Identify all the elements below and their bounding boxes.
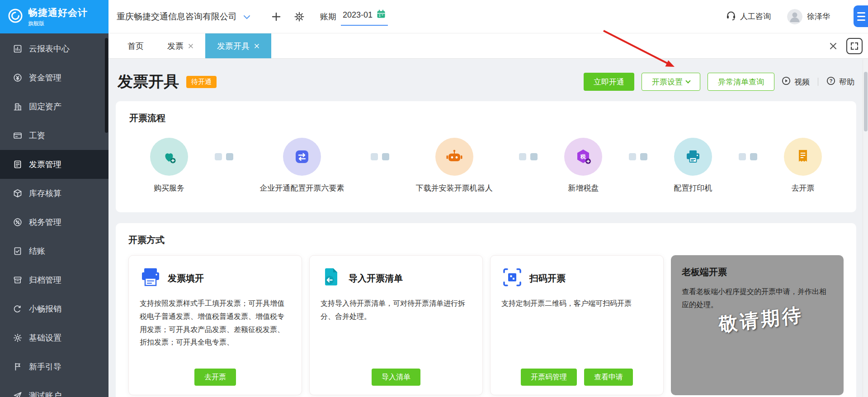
method-card-body: 支持导入待开票清单，可对待开票清单进行拆分、合并处理。 xyxy=(321,297,472,323)
calendar-icon xyxy=(376,9,386,21)
tab-home[interactable]: 首页 xyxy=(116,33,156,58)
sidebar-item-label: 库存核算 xyxy=(29,188,61,199)
chevron-down-icon xyxy=(685,78,690,83)
period-picker[interactable]: 2023-01 xyxy=(341,7,388,26)
go-invoice-button[interactable]: 去开票 xyxy=(194,369,236,386)
play-circle-icon xyxy=(782,76,791,88)
button-label: 去开票 xyxy=(204,373,226,382)
avatar xyxy=(787,9,802,24)
sidebar-item-reimburse[interactable]: 小畅报销 xyxy=(0,294,108,323)
import-list-button[interactable]: 导入清单 xyxy=(372,369,420,386)
sidebar-item-label: 测试账户 xyxy=(29,390,61,397)
user-menu[interactable]: 徐泽华 xyxy=(787,9,830,24)
floating-widget[interactable] xyxy=(854,5,868,27)
qr-scan-icon xyxy=(501,266,523,290)
method-card-body: 支持定制开票二维码，客户端可扫码开票 xyxy=(501,297,652,310)
flow-separator xyxy=(739,153,757,160)
sidebar-item-label: 新手引导 xyxy=(29,361,61,372)
gear-icon[interactable] xyxy=(294,11,305,22)
flow-separator xyxy=(629,153,647,160)
sidebar-item-funds[interactable]: 资金管理 xyxy=(0,63,108,92)
flow-step-tax-disk: 税 新增税盘 xyxy=(564,138,602,193)
button-label: 异常清单查询 xyxy=(718,77,764,87)
guide-flag-icon xyxy=(13,362,23,372)
svg-text:?: ? xyxy=(830,78,833,84)
human-support-link[interactable]: 人工咨询 xyxy=(726,10,771,23)
sidebar-item-label: 基础设置 xyxy=(29,332,61,343)
method-card-qr-invoice: 扫码开票 支持定制开票二维码，客户端可扫码开票 开票码管理 查看申请 xyxy=(490,255,664,395)
sidebar-item-guide[interactable]: 新手引导 xyxy=(0,352,108,381)
add-account-button[interactable] xyxy=(271,12,281,22)
sidebar-item-label: 固定资产 xyxy=(29,101,61,112)
brand-ring-icon xyxy=(7,8,24,26)
sidebar-item-test-account[interactable]: 测试账户 xyxy=(0,381,108,397)
flow-separator xyxy=(519,153,538,160)
company-selector[interactable]: 重庆畅捷交通信息咨询有限公司 xyxy=(117,11,250,23)
robot-icon xyxy=(435,138,473,176)
invoice-settings-button[interactable]: 开票设置 xyxy=(642,73,700,91)
support-label: 人工咨询 xyxy=(740,11,771,22)
sidebar-item-settings[interactable]: 基础设置 xyxy=(0,323,108,352)
invoicing-flow-card: 开票流程 购买服务 企业开通配置开票六要素 xyxy=(116,101,856,212)
help-link[interactable]: ? 帮助 xyxy=(826,76,854,88)
tab-label: 发票 xyxy=(167,41,184,51)
scrollbar-thumb[interactable] xyxy=(864,72,868,131)
receipt-icon xyxy=(784,138,822,176)
abnormal-list-query-button[interactable]: 异常清单查询 xyxy=(708,73,774,91)
settings-gear-icon xyxy=(13,333,23,343)
sidebar-item-tax[interactable]: 税务管理 xyxy=(0,208,108,237)
method-card-body: 支持按照发票样式手工填开发票；可开具增值税电子普通发票、增值税普通发票、增值税专… xyxy=(140,297,291,349)
invoicing-methods-card: 开票方式 发票填开 支持按照发票样式手工填开发票；可开具增值税电子普通发票、增值… xyxy=(116,223,856,397)
flow-step-label: 去开票 xyxy=(791,183,814,193)
topbar-right: 人工咨询 徐泽华 xyxy=(726,9,857,24)
sidebar-item-closing[interactable]: 结账 xyxy=(0,237,108,266)
view-applications-button[interactable]: 查看申请 xyxy=(584,369,633,386)
topbar: 重庆畅捷交通信息咨询有限公司 账期 2023-01 人工咨询 徐泽 xyxy=(108,0,868,33)
close-tab-icon[interactable] xyxy=(188,43,193,49)
sidebar-item-label: 发票管理 xyxy=(29,159,61,170)
status-badge: 待开通 xyxy=(186,76,217,88)
sidebar-item-archive[interactable]: 归档管理 xyxy=(0,266,108,294)
brand-logo-block: 畅捷通好会计 旗舰版 xyxy=(0,0,108,33)
method-card-title: 老板端开票 xyxy=(682,266,727,278)
divider xyxy=(818,78,818,86)
button-label: 开票设置 xyxy=(652,77,683,87)
method-card-fill-invoice: 发票填开 支持按照发票样式手工填开发票；可开具增值税电子普通发票、增值税普通发票… xyxy=(128,255,302,395)
period-label: 账期 xyxy=(320,11,336,22)
sidebar-item-invoice-management[interactable]: 发票管理 xyxy=(0,150,108,179)
invoice-doc-icon xyxy=(13,159,23,169)
sidebar: 畅捷通好会计 旗舰版 云报表中心 资金管理 固定资产 工资 xyxy=(0,0,108,397)
video-link[interactable]: 视频 xyxy=(782,76,810,88)
page-title: 发票开具 xyxy=(118,71,179,92)
flow-step-label: 下载并安装开票机器人 xyxy=(416,183,493,193)
chevron-down-icon xyxy=(243,12,250,22)
company-name: 重庆畅捷交通信息咨询有限公司 xyxy=(117,11,237,23)
assets-building-icon xyxy=(13,102,23,112)
button-label: 开票码管理 xyxy=(531,373,567,382)
sidebar-item-cloud-reports[interactable]: 云报表中心 xyxy=(0,34,108,63)
activate-now-button[interactable]: 立即开通 xyxy=(584,73,634,91)
accounting-period: 账期 2023-01 xyxy=(320,7,388,26)
reimburse-c-icon xyxy=(13,304,23,314)
sidebar-scrollbar[interactable] xyxy=(105,38,108,133)
flow-step-label: 购买服务 xyxy=(154,183,184,193)
sidebar-nav: 云报表中心 资金管理 固定资产 工资 发票管理 库存核算 xyxy=(0,33,108,397)
close-all-icon[interactable] xyxy=(829,42,837,50)
sidebar-item-label: 工资 xyxy=(29,130,45,141)
sidebar-item-salary[interactable]: 工资 xyxy=(0,121,108,150)
method-card-boss-invoice: 老板端开票 查看老板端小程序提交的开票申请，并作出相应的处理。 敬请期待 xyxy=(671,255,844,395)
sidebar-item-fixed-assets[interactable]: 固定资产 xyxy=(0,92,108,121)
sidebar-item-label: 小畅报销 xyxy=(29,304,61,314)
sidebar-item-label: 云报表中心 xyxy=(29,43,70,54)
main-scrollbar[interactable] xyxy=(863,59,868,397)
sidebar-item-inventory[interactable]: 库存核算 xyxy=(0,179,108,208)
qr-code-manage-button[interactable]: 开票码管理 xyxy=(521,369,577,386)
invoice-fill-icon xyxy=(140,266,161,290)
close-tab-icon[interactable] xyxy=(254,43,259,49)
tab-invoice[interactable]: 发票 xyxy=(156,33,205,58)
flow-step-purchase: 购买服务 xyxy=(150,138,188,193)
tab-invoice-issue[interactable]: 发票开具 xyxy=(205,33,271,58)
method-card-title: 发票填开 xyxy=(168,272,204,285)
inventory-box-icon xyxy=(13,188,23,198)
fullscreen-icon[interactable] xyxy=(846,38,863,54)
